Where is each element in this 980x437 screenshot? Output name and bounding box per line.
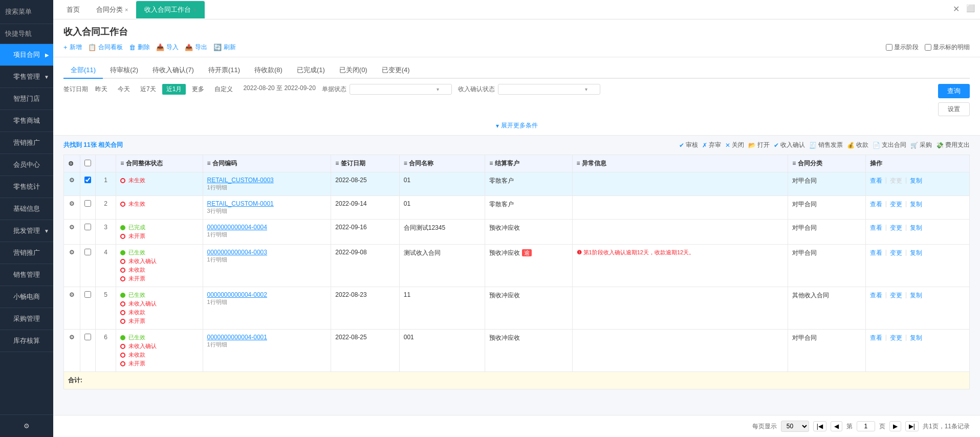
window-expand-btn[interactable]: ⬜ xyxy=(966,4,975,12)
row-checkbox-0[interactable] xyxy=(80,172,96,196)
sidebar-item-member[interactable]: 会员中心 xyxy=(0,154,53,176)
op-变更-1[interactable]: 变更 xyxy=(890,200,902,209)
op-变更-3[interactable]: 变更 xyxy=(890,249,902,257)
row-status-4: 已生效未收入确认未收款未开票 xyxy=(116,287,203,330)
row-checkbox-1[interactable] xyxy=(80,196,96,220)
sidebar-item-purchase[interactable]: 采购管理 xyxy=(0,308,53,330)
sidebar-item-retail-mall[interactable]: 零售商城 xyxy=(0,110,53,132)
op-变更-0[interactable]: 变更 xyxy=(890,177,902,185)
op-复制-0[interactable]: 复制 xyxy=(910,177,922,185)
date-btn-last7[interactable]: 近7天 xyxy=(136,84,160,95)
window-close-btn[interactable]: ✕ xyxy=(953,4,960,14)
sidebar-item-project[interactable]: 项目合同 xyxy=(0,44,53,66)
tab-home[interactable]: 首页 xyxy=(58,1,88,18)
op-变更-2[interactable]: 变更 xyxy=(890,224,902,232)
last-page-btn[interactable]: ▶| xyxy=(905,421,919,431)
sidebar-quick-nav[interactable]: 快捷导航 xyxy=(0,24,53,44)
op-复制-3[interactable]: 复制 xyxy=(910,249,922,257)
op-复制-2[interactable]: 复制 xyxy=(910,224,922,232)
filter-tab-pending-review[interactable]: 待审核(2) xyxy=(103,62,145,79)
income-confirm-select[interactable]: ▾ xyxy=(498,84,600,95)
show-cols-checkbox[interactable]: 显示阶段 xyxy=(886,43,919,52)
sidebar-item-xiaochang[interactable]: 小畅电商 xyxy=(0,286,53,308)
filter-tab-all[interactable]: 全部(11) xyxy=(63,62,103,79)
op-复制-4[interactable]: 复制 xyxy=(910,291,922,300)
show-detail-checkbox[interactable]: 显示标的明细 xyxy=(925,43,970,52)
sidebar-settings[interactable]: ⚙ xyxy=(0,414,53,437)
op-变更-4[interactable]: 变更 xyxy=(890,291,902,300)
op-查看-1[interactable]: 查看 xyxy=(870,200,882,209)
filter-tab-pending-receipt[interactable]: 待收款(8) xyxy=(247,62,290,79)
delete-button[interactable]: 🗑删除 xyxy=(129,43,150,52)
tab-close-contract-type[interactable]: × xyxy=(125,7,128,13)
sidebar-item-smart-store[interactable]: 智慧门店 xyxy=(0,88,53,110)
op-查看-2[interactable]: 查看 xyxy=(870,224,882,232)
import-button[interactable]: 📥导入 xyxy=(156,43,179,52)
filter-tab-pending-income-confirm[interactable]: 待收入确认(7) xyxy=(145,62,201,79)
action-income-confirm[interactable]: ✔收入确认 xyxy=(774,141,805,149)
row-setting-5[interactable]: ⚙ xyxy=(64,330,80,372)
sidebar-item-basic-info[interactable]: 基础信息 xyxy=(0,198,53,220)
filter-tab-closed[interactable]: 已关闭(0) xyxy=(332,62,375,79)
row-setting-2[interactable]: ⚙ xyxy=(64,220,80,245)
action-sales-invoice[interactable]: 🧾销售发票 xyxy=(809,141,843,149)
sidebar-item-wholesale[interactable]: 批发管理 xyxy=(0,220,53,242)
row-setting-4[interactable]: ⚙ xyxy=(64,287,80,330)
row-checkbox-4[interactable] xyxy=(80,287,96,330)
query-button[interactable]: 查询 xyxy=(938,84,970,98)
sidebar-item-stock[interactable]: 库存核算 xyxy=(0,330,53,352)
sidebar-item-marketing2[interactable]: 营销推广 xyxy=(0,242,53,264)
doc-status-select[interactable]: ▾ xyxy=(350,84,452,95)
date-btn-more[interactable]: 更多 xyxy=(188,84,208,95)
action-abandon[interactable]: ✗弃审 xyxy=(702,141,721,149)
action-open[interactable]: 📂打开 xyxy=(748,141,770,149)
sidebar-item-marketing[interactable]: 营销推广 xyxy=(0,132,53,154)
filter-tab-changed[interactable]: 已变更(4) xyxy=(375,62,417,79)
date-btn-custom[interactable]: 自定义 xyxy=(210,84,237,95)
op-查看-5[interactable]: 查看 xyxy=(870,334,882,342)
set-button[interactable]: 设置 xyxy=(938,102,970,116)
action-purchase[interactable]: 🛒采购 xyxy=(910,141,932,149)
row-setting-1[interactable]: ⚙ xyxy=(64,196,80,220)
expand-more-btn[interactable]: ▾ 展开更多条件 xyxy=(496,121,538,130)
row-checkbox-2[interactable] xyxy=(80,220,96,245)
date-btn-yesterday[interactable]: 昨天 xyxy=(91,84,112,95)
op-查看-0[interactable]: 查看 xyxy=(870,177,882,185)
op-变更-5[interactable]: 变更 xyxy=(890,334,902,342)
tab-income-workbench[interactable]: 收入合同工作台× xyxy=(136,1,204,18)
sidebar-item-sales-mgmt[interactable]: 销售管理 xyxy=(0,264,53,286)
view-button[interactable]: 📋合同看板 xyxy=(88,43,123,52)
row-setting-3[interactable]: ⚙ xyxy=(64,245,80,287)
first-page-btn[interactable]: |◀ xyxy=(813,421,826,431)
date-btn-today[interactable]: 今天 xyxy=(114,84,134,95)
refresh-button[interactable]: 🔄刷新 xyxy=(213,43,236,52)
action-review[interactable]: ✔审核 xyxy=(679,141,698,149)
sidebar-search[interactable]: 搜索菜单 xyxy=(0,0,53,24)
col-header-checkbox[interactable] xyxy=(80,155,96,172)
op-复制-5[interactable]: 复制 xyxy=(910,334,922,342)
row-checkbox-3[interactable] xyxy=(80,245,96,287)
filter-tab-pending-invoice[interactable]: 待开票(11) xyxy=(201,62,247,79)
filter-tab-completed[interactable]: 已完成(1) xyxy=(290,62,332,79)
op-查看-3[interactable]: 查看 xyxy=(870,249,882,257)
tab-close-income-workbench[interactable]: × xyxy=(193,7,196,13)
prev-page-btn[interactable]: ◀ xyxy=(831,421,842,431)
next-page-btn[interactable]: ▶ xyxy=(889,421,901,431)
tab-contract-type[interactable]: 合同分类× xyxy=(88,1,136,18)
row-checkbox-5[interactable] xyxy=(80,330,96,372)
date-btn-last1month[interactable]: 近1月 xyxy=(162,84,186,95)
action-receipt[interactable]: 💰收款 xyxy=(847,141,868,149)
action-fee-out[interactable]: 💸费用支出 xyxy=(936,141,970,149)
page-size-select[interactable]: 102050100 xyxy=(781,421,809,432)
export-button[interactable]: 📤导出 xyxy=(185,43,207,52)
op-查看-4[interactable]: 查看 xyxy=(870,291,882,300)
sidebar-item-retail[interactable]: 零售管理 xyxy=(0,66,53,88)
action-expense-out[interactable]: 📄支出合同 xyxy=(873,141,906,149)
row-setting-0[interactable]: ⚙ xyxy=(64,172,80,196)
sidebar-item-retail-stats[interactable]: 零售统计 xyxy=(0,176,53,198)
page-input[interactable] xyxy=(857,421,875,431)
col-header-setting[interactable]: ⚙ xyxy=(64,155,80,172)
add-button[interactable]: +新增 xyxy=(63,43,82,52)
op-复制-1[interactable]: 复制 xyxy=(910,200,922,209)
action-close[interactable]: ✕关闭 xyxy=(725,141,744,149)
